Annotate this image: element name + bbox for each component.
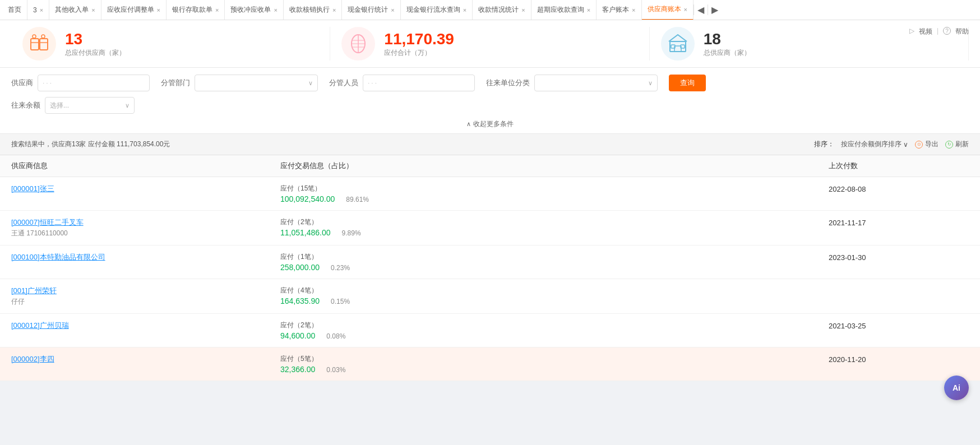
close-icon[interactable]: ×: [587, 7, 590, 13]
ap-total-label: 应付合计（万）: [384, 48, 454, 58]
supplier-sub-2: 王通 17106110000: [11, 229, 280, 238]
category-filter-label: 往来单位分类: [486, 78, 530, 88]
supplier-link-6[interactable]: [000002]李四: [11, 354, 280, 364]
tab-receipt-check[interactable]: 收款核销执行 ×: [284, 0, 342, 20]
transaction-col-6: 应付（5笔） 32,366.00 0.03%: [280, 354, 829, 374]
nav-right-arrow[interactable]: ▶: [708, 4, 722, 15]
header-last-pay: 上次付数: [829, 161, 969, 171]
help-icon: ?: [943, 27, 951, 35]
header-supplier-info: 供应商信息: [11, 161, 280, 171]
results-summary: 搜索结果中，供应商13家 应付金额 111,703,854.00元: [11, 140, 170, 149]
sort-value: 按应付余额倒序排序: [841, 140, 902, 149]
help-link[interactable]: 帮助: [955, 27, 969, 36]
dept-select[interactable]: ∨: [195, 75, 318, 91]
tx-amount-4[interactable]: 164,635.90: [280, 296, 320, 305]
close-icon[interactable]: ×: [215, 7, 219, 13]
tab-collection-stats[interactable]: 收款情况统计 ×: [473, 0, 531, 20]
supplier-link-1[interactable]: [000001]张三: [11, 184, 280, 194]
data-table: 供应商信息 应付交易信息（占比） 上次付数 [000001]张三 应付（15笔）…: [0, 155, 980, 381]
balance-select[interactable]: 选择... ∨: [45, 97, 135, 114]
balance-filter: 往来余额 选择... ∨: [11, 97, 135, 114]
tx-amount-1[interactable]: 100,092,540.00: [280, 194, 335, 203]
tx-pct-3: 0.23%: [331, 264, 350, 272]
refresh-label: 刷新: [955, 140, 969, 149]
supplier-link-3[interactable]: [000100]本特勤油品有限公司: [11, 252, 280, 262]
close-icon[interactable]: ×: [521, 7, 525, 13]
tx-amount-3[interactable]: 258,000.00: [280, 263, 320, 272]
last-pay-date-5: 2021-03-25: [829, 321, 969, 330]
tx-amount-6[interactable]: 32,366.00: [280, 365, 315, 374]
supplier-link-5[interactable]: [000012]广州贝瑞: [11, 321, 280, 331]
tab-home[interactable]: 首页: [2, 0, 27, 20]
tab-cash-flow[interactable]: 现金银行流水查询 ×: [401, 0, 473, 20]
results-actions: 排序： 按应付余额倒序排序 ∨ ⊙ 导出 ↻ 刷新: [814, 140, 969, 149]
nav-left-arrow[interactable]: ◀: [694, 4, 708, 15]
svg-rect-1: [40, 39, 48, 50]
lastpay-col-3: 2023-01-30: [829, 252, 969, 262]
tab-customer-ledger-label: 客户账本: [602, 5, 629, 15]
tab-ap-adjust[interactable]: 应收应付调整单 ×: [101, 0, 167, 20]
tab-advance-match[interactable]: 预收冲应收单 ×: [225, 0, 283, 20]
export-circle-icon: ⊙: [915, 141, 923, 149]
top-links: ▷ 视频 | ? 帮助: [909, 27, 969, 36]
svg-rect-0: [31, 39, 39, 50]
tx-amount-2[interactable]: 11,051,486.00: [280, 228, 331, 237]
video-link[interactable]: 视频: [919, 27, 932, 36]
table-row: [000001]张三 应付（15笔） 100,092,540.00 89.61%…: [0, 177, 980, 211]
tab-supplier-ledger[interactable]: 供应商账本 ×: [642, 0, 694, 20]
supplier-input[interactable]: ···: [38, 75, 150, 91]
transaction-col-4: 应付（4笔） 164,635.90 0.15%: [280, 286, 829, 305]
tab-other-income[interactable]: 其他收入单 ×: [49, 0, 101, 20]
close-icon[interactable]: ×: [632, 7, 635, 13]
tab-overdue-query[interactable]: 超期应收款查询 ×: [531, 0, 597, 20]
person-input[interactable]: ···: [363, 75, 475, 91]
category-arrow-icon: ∨: [648, 80, 653, 87]
close-icon[interactable]: ×: [40, 7, 43, 13]
person-dots: ···: [368, 79, 378, 87]
tab-other-income-label: 其他收入单: [55, 5, 89, 15]
store-icon: [661, 27, 695, 61]
refresh-button[interactable]: ↻ 刷新: [945, 140, 969, 149]
sort-button[interactable]: 按应付余额倒序排序 ∨: [841, 140, 908, 149]
svg-point-4: [33, 35, 36, 38]
ap-total-text: 11,170.39 应付合计（万）: [384, 30, 454, 58]
close-icon[interactable]: ×: [274, 7, 277, 13]
last-pay-date-1: 2022-08-08: [829, 184, 969, 193]
category-select[interactable]: ∨: [534, 75, 658, 91]
tab-cash-bank-stats[interactable]: 现金银行统计 ×: [342, 0, 400, 20]
transaction-col-3: 应付（1笔） 258,000.00 0.23%: [280, 252, 829, 272]
ap-suppliers-label: 总应付供应商（家）: [65, 48, 126, 58]
grain-icon: [341, 27, 375, 61]
tx-label-5: 应付（2笔）: [280, 321, 829, 330]
close-icon[interactable]: ×: [332, 7, 336, 13]
total-suppliers-label: 总供应商（家）: [704, 48, 751, 58]
supplier-link-2[interactable]: [000007]恒旺二手叉车: [11, 217, 280, 228]
supplier-link-4[interactable]: [001]广州荣轩: [11, 286, 280, 296]
close-icon[interactable]: ×: [91, 7, 95, 13]
table-row: [001]广州荣轩 仔仔 应付（4笔） 164,635.90 0.15%: [0, 279, 980, 314]
tab-3[interactable]: 3 ×: [27, 0, 49, 20]
lastpay-col-4: [829, 286, 969, 287]
query-button[interactable]: 查询: [669, 75, 706, 91]
refresh-circle-icon: ↻: [945, 141, 953, 149]
tx-pct-4: 0.15%: [331, 298, 350, 305]
close-icon[interactable]: ×: [391, 7, 394, 13]
collapse-button[interactable]: ∧ 收起更多条件: [466, 119, 514, 129]
tx-amount-5[interactable]: 94,600.00: [280, 331, 315, 340]
tab-customer-ledger[interactable]: 客户账本 ×: [597, 0, 641, 20]
ap-total-value: 11,170.39: [384, 30, 454, 49]
svg-rect-11: [670, 41, 686, 52]
tab-bank-deposit[interactable]: 银行存取款单 ×: [167, 0, 225, 20]
close-icon[interactable]: ×: [684, 6, 687, 13]
export-button[interactable]: ⊙ 导出: [915, 140, 939, 149]
filter-area: 供应商 ··· 分管部门 ∨ 分管人员 ··· 往来单位分类 ∨ 查询: [0, 68, 980, 134]
collapse-label: 收起更多条件: [473, 119, 514, 129]
header-transaction-info: 应付交易信息（占比）: [280, 161, 829, 171]
close-icon[interactable]: ×: [463, 7, 466, 13]
tx-pct-1: 89.61%: [346, 196, 369, 203]
supplier-filter-label: 供应商: [11, 78, 33, 88]
export-label: 导出: [925, 140, 939, 149]
table-row: [000012]广州贝瑞 应付（2笔） 94,600.00 0.08% 2021…: [0, 314, 980, 347]
close-icon[interactable]: ×: [157, 7, 160, 13]
tx-pct-5: 0.08%: [326, 332, 345, 340]
